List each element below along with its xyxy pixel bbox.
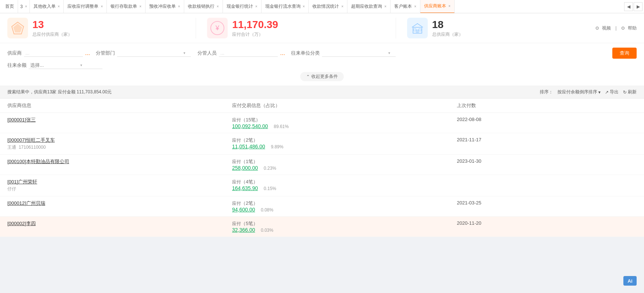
payable-suppliers-count: 13 — [32, 18, 72, 31]
nav-tab-overdue-query-close[interactable]: × — [384, 4, 386, 8]
nav-tab-ar-adjustment-close[interactable]: × — [101, 4, 103, 8]
collapse-btn-label: 收起更多条件 — [311, 73, 338, 80]
transaction-info-2: 应付（2笔） 11,051,486.00 9.89% — [232, 137, 457, 149]
filter-area: 供应商 ... 分管部门 ▾ 分管人员 ... 往来单位分类 — [0, 43, 644, 86]
supplier-filter-label: 供应商 — [7, 50, 22, 56]
trans-count-6: （5笔） — [241, 221, 258, 226]
separator: ｜ — [614, 25, 618, 31]
search-button[interactable]: 查询 — [612, 48, 637, 59]
nav-arrow-left[interactable]: ◀ — [624, 2, 633, 11]
person-filter-dots[interactable]: ... — [280, 50, 285, 56]
nav-tab-bank-deposit-close[interactable]: × — [139, 4, 141, 8]
trans-amount-3[interactable]: 258,000.00 — [232, 165, 258, 171]
nav-tab-home-label: 首页 — [5, 3, 14, 10]
trans-label-1: 应付 — [232, 117, 241, 123]
nav-tab-collection-stats[interactable]: 收款情况统计 × — [309, 0, 347, 13]
nav-tab-customer-ledger[interactable]: 客户账本 × — [391, 0, 420, 13]
export-label: 导出 — [610, 89, 619, 95]
nav-tab-ar-adjustment[interactable]: 应收应付调整单 × — [64, 0, 107, 13]
supplier-link-3[interactable]: [000100]本特勤油品有限公司 — [7, 159, 69, 164]
supplier-link-1[interactable]: [000001]张三 — [7, 117, 36, 123]
nav-tab-collection-stats-close[interactable]: × — [341, 4, 343, 8]
transaction-info-6: 应付（5笔） 32,366.00 0.03% — [232, 220, 457, 233]
balance-filter-label: 往来余额 — [7, 62, 27, 69]
video-link[interactable]: 视频 — [602, 25, 611, 31]
person-filter-input[interactable] — [219, 49, 278, 57]
sort-select[interactable]: 按应付余额倒序排序 ▾ — [557, 89, 601, 95]
nav-tab-supplier-ledger[interactable]: 供应商账本 × — [420, 0, 455, 13]
dept-filter-input[interactable] — [117, 49, 183, 56]
person-filter-label: 分管人员 — [197, 50, 217, 56]
last-pay-date-6: 2020-11-20 — [457, 219, 482, 226]
summary-card-payable-suppliers: 13 总应付供应商（家） — [7, 18, 196, 38]
diamond-icon — [7, 18, 28, 38]
trans-count-5: （2笔） — [241, 200, 258, 206]
nav-tab-cash-bank-stats-close[interactable]: × — [255, 4, 258, 8]
col-header-transaction: 应付交易信息（占比） — [232, 102, 457, 109]
last-pay-3: 2023-01-30 — [457, 158, 637, 164]
supplier-link-2[interactable]: [000007]恒旺二手叉车 — [7, 137, 55, 143]
nav-tab-bank-deposit-label: 银行存取款单 — [111, 3, 137, 10]
supplier-info-2: [000007]恒旺二手叉车 王通 17106110000 — [7, 137, 232, 151]
dept-filter-label: 分管部门 — [96, 50, 115, 56]
table-header: 供应商信息 应付交易信息（占比） 上次付数 — [0, 99, 644, 113]
balance-filter-input[interactable] — [29, 62, 80, 69]
supplier-link-4[interactable]: [001]广州荣轩 — [7, 179, 37, 185]
summary-card-total-suppliers: 18 总供应商（家） — [396, 18, 595, 38]
nav-tab-other-income-close[interactable]: × — [58, 4, 60, 8]
category-filter-select[interactable]: ▾ — [322, 49, 396, 57]
top-navigation: 首页 3 × 其他收入单 × 应收应付调整单 × 银行存取款单 × 预收冲应收单… — [0, 0, 644, 13]
nav-tab-customer-ledger-close[interactable]: × — [414, 4, 416, 8]
trans-count-3: （1笔） — [241, 159, 258, 164]
trans-percent-3: 0.23% — [264, 166, 276, 171]
help-link[interactable]: 帮助 — [628, 25, 637, 31]
supplier-info-4: [001]广州荣轩 仔仔 — [7, 179, 232, 192]
category-filter-input[interactable] — [322, 49, 388, 56]
export-button[interactable]: ↗ 导出 — [605, 89, 619, 95]
sort-label: 排序： — [540, 89, 553, 95]
table-row: [000012]广州贝瑞 应付（2笔） 94,600.00 0.08% 2021… — [0, 196, 644, 217]
nav-tab-cash-flow-query[interactable]: 现金银行流水查询 × — [262, 0, 309, 13]
summary-links: ⊙ 视频 ｜ ⊙ 帮助 — [595, 25, 637, 31]
trans-amount-2[interactable]: 11,051,486.00 — [232, 144, 265, 149]
nav-tab-advance-receivable[interactable]: 预收冲应收单 × — [146, 0, 184, 13]
trans-count-2: （2笔） — [241, 137, 258, 143]
supplier-link-6[interactable]: [000002]李四 — [7, 221, 36, 226]
nav-tab-collection-exec[interactable]: 收款核销执行 × — [184, 0, 223, 13]
export-icon: ↗ — [605, 90, 609, 95]
trans-amount-1[interactable]: 100,092,540.00 — [232, 123, 268, 129]
nav-tab-overdue-query[interactable]: 超期应收款查询 × — [347, 0, 391, 13]
nav-tab-advance-receivable-label: 预收冲应收单 — [149, 3, 176, 10]
supplier-link-5[interactable]: [000012]广州贝瑞 — [7, 200, 45, 206]
dept-filter-select[interactable]: ▾ — [117, 49, 191, 57]
nav-tab-advance-receivable-close[interactable]: × — [178, 4, 180, 8]
transaction-info-1: 应付（15笔） 100,092,540.00 89.61% — [232, 117, 457, 129]
video-icon: ⊙ — [595, 25, 599, 31]
main-content: 13 总应付供应商（家） ¥ 11,170.39 应付合计（万） — [0, 13, 644, 237]
nav-tab-other-income[interactable]: 其他收入单 × — [30, 0, 64, 13]
nav-arrow-right[interactable]: ▶ — [634, 2, 643, 11]
trans-percent-2: 9.89% — [271, 144, 283, 149]
col-header-supplier: 供应商信息 — [7, 102, 232, 109]
trans-amount-4[interactable]: 164,635.90 — [232, 185, 258, 191]
filter-row-2: 往来余额 ▾ — [7, 62, 637, 69]
supplier-filter-dots[interactable]: ... — [85, 50, 90, 56]
trans-amount-6[interactable]: 32,366.00 — [232, 227, 255, 233]
nav-tab-collection-exec-close[interactable]: × — [217, 4, 219, 8]
filter-dept: 分管部门 ▾ — [96, 49, 192, 57]
refresh-button[interactable]: ↻ 刷新 — [623, 89, 637, 95]
nav-tab-cash-flow-query-close[interactable]: × — [303, 4, 305, 8]
nav-tab-home[interactable]: 首页 — [1, 0, 18, 13]
trans-amount-5[interactable]: 94,600.00 — [232, 207, 255, 213]
supplier-filter-input[interactable] — [24, 49, 83, 57]
nav-tab-supplier-ledger-close[interactable]: × — [448, 4, 451, 8]
nav-tab-cash-bank-stats[interactable]: 现金银行统计 × — [223, 0, 262, 13]
nav-tab-3-close[interactable]: × — [25, 4, 27, 8]
table-row: [000002]李四 应付（5笔） 32,366.00 0.03% 2020-1… — [0, 217, 644, 237]
nav-tab-3[interactable]: 3 × — [18, 0, 30, 13]
collapse-filters-button[interactable]: ⌃ 收起更多条件 — [300, 72, 344, 81]
nav-tab-bank-deposit[interactable]: 银行存取款单 × — [107, 0, 146, 13]
result-bar: 搜索结果中，供应商13家 应付金额 111,703,854.00元 排序： 按应… — [0, 86, 644, 99]
svg-rect-6 — [414, 29, 416, 31]
balance-filter-select[interactable]: ▾ — [29, 62, 102, 69]
